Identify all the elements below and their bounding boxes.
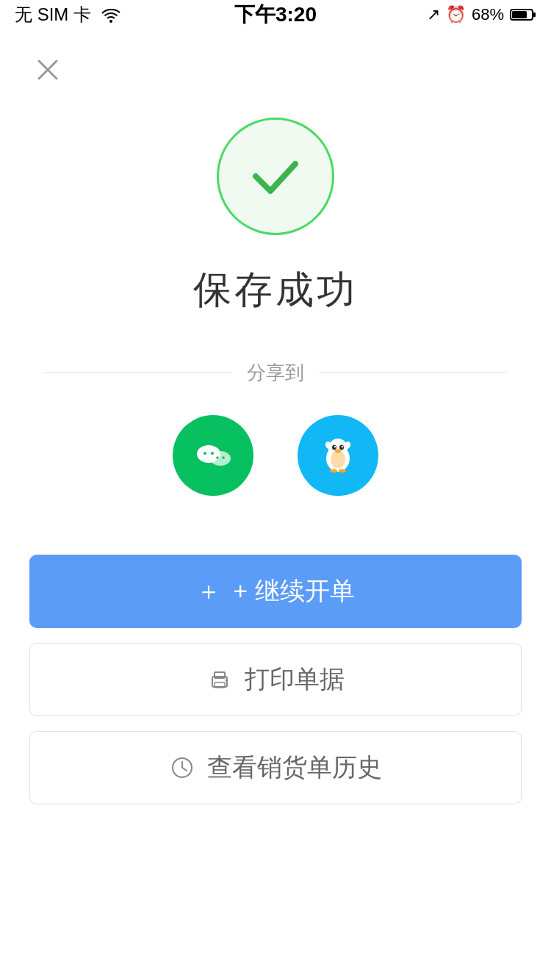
- wechat-icon: [190, 432, 237, 479]
- actions-container: ＋ + 继续开单 打印单据 查看销货单历史: [0, 540, 551, 819]
- svg-rect-2: [512, 11, 527, 18]
- success-title: 保存成功: [193, 264, 358, 316]
- plus-icon: ＋: [196, 574, 221, 608]
- checkmark-icon: [242, 143, 309, 209]
- history-button[interactable]: 查看销货单历史: [29, 731, 522, 804]
- svg-point-19: [330, 469, 337, 473]
- svg-point-26: [226, 680, 228, 682]
- share-icons-row: [0, 408, 551, 525]
- share-wechat-button[interactable]: [173, 415, 253, 496]
- svg-point-15: [334, 446, 336, 447]
- continue-button[interactable]: ＋ + 继续开单: [29, 555, 522, 628]
- printer-icon: [206, 666, 233, 693]
- svg-point-13: [332, 445, 336, 450]
- printer-svg: [206, 666, 233, 693]
- status-bar-left: 无 SIM 卡: [15, 3, 122, 26]
- svg-line-29: [182, 768, 187, 771]
- status-bar-time: 下午3:20: [234, 1, 317, 29]
- svg-point-16: [342, 446, 343, 447]
- svg-point-18: [331, 450, 345, 468]
- share-label: 分享到: [247, 360, 304, 386]
- svg-rect-1: [533, 12, 536, 17]
- success-circle: [217, 118, 334, 235]
- share-qq-button[interactable]: [298, 415, 378, 496]
- clock-icon: [169, 754, 195, 781]
- qq-icon: [314, 432, 361, 479]
- location-icon: ↗: [427, 5, 440, 24]
- svg-point-20: [339, 469, 346, 473]
- svg-point-8: [211, 452, 214, 455]
- svg-point-9: [216, 456, 219, 459]
- svg-point-14: [339, 445, 344, 450]
- clock-svg: [169, 754, 195, 781]
- close-button[interactable]: [29, 51, 66, 88]
- close-icon: [35, 57, 61, 83]
- continue-label: + 继续开单: [233, 574, 354, 608]
- status-bar: 无 SIM 卡 下午3:20 ↗ ⏰ 68%: [0, 0, 551, 29]
- share-divider: 分享到: [0, 338, 551, 408]
- svg-point-7: [204, 452, 206, 455]
- print-button[interactable]: 打印单据: [29, 643, 522, 716]
- battery-percent: 68%: [472, 5, 504, 24]
- history-label: 查看销货单历史: [207, 751, 382, 785]
- status-bar-right: ↗ ⏰ 68%: [427, 5, 536, 24]
- print-label: 打印单据: [245, 663, 345, 696]
- divider-line-right: [319, 372, 507, 373]
- divider-line-left: [44, 372, 232, 373]
- no-sim-label: 无 SIM 卡: [15, 3, 91, 26]
- svg-point-10: [222, 456, 225, 459]
- battery-icon: [510, 7, 536, 22]
- close-area: [0, 29, 551, 96]
- wifi-icon: [100, 7, 122, 23]
- success-area: 保存成功: [0, 96, 551, 331]
- alarm-icon: ⏰: [446, 5, 466, 24]
